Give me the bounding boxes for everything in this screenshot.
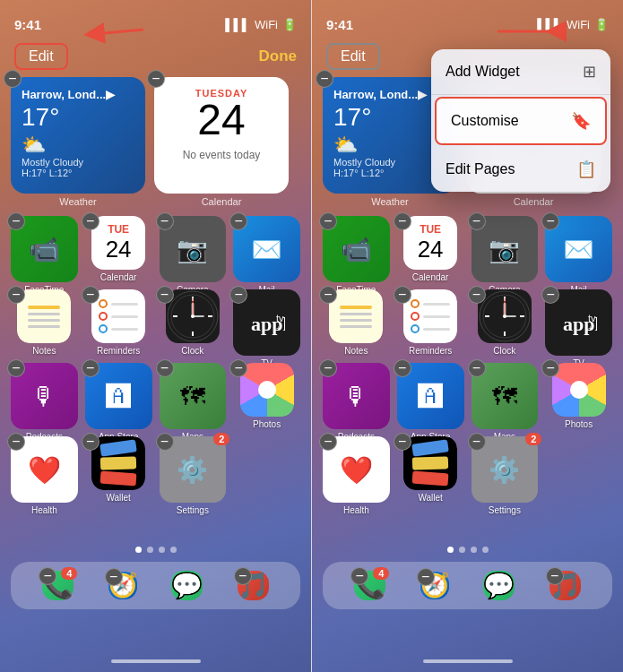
minus-notes-left[interactable]: − [7,286,25,304]
edit-button-right[interactable]: Edit [326,43,380,70]
dock-messages-left[interactable]: 💬 [171,571,203,600]
app-calendar-right[interactable]: − TUE 24 Calendar [397,216,464,282]
calendar-widget-left[interactable]: − TUESDAY 24 No events today [154,77,289,194]
calendar-icon-left[interactable]: TUE 24 [91,216,145,270]
dock-messages-right[interactable]: 💬 [483,571,515,600]
app-health-right[interactable]: − ❤️ Health [323,436,390,503]
app-facetime-right[interactable]: − 📹 FaceTime [323,216,390,282]
dock-right: 4 − 📞 − 🧭 💬 − 🎵 [323,562,612,609]
minus-camera-right[interactable]: − [468,212,486,230]
context-edit-pages[interactable]: Edit Pages 📋 [431,147,610,192]
minus-calendar-right[interactable]: − [394,212,411,230]
wallet-icon-left[interactable] [91,436,145,490]
app-reminders-right[interactable]: − Reminders [397,289,464,356]
app-settings-right[interactable]: − 2 ⚙️ Settings [472,436,539,503]
signal-icon-right: ▌▌▌ [537,18,562,31]
clock-icon-right[interactable] [478,289,532,343]
app-notes-left[interactable]: − Notes [11,289,78,356]
minus-wallet-right[interactable]: − [394,433,411,451]
minus-reminders-left[interactable]: − [82,286,100,304]
minus-docksafari-right[interactable]: − [417,568,435,586]
wallet-icon-right[interactable] [403,436,457,490]
notes-icon-right[interactable] [329,289,383,343]
messages-sym-right: 💬 [483,571,515,600]
weather-desc-right: Mostly Cloudy [333,157,446,168]
app-tv-right[interactable]: − apple tv + TV [545,289,612,356]
app-settings-left[interactable]: − 2 ⚙️ Settings [160,436,227,503]
app-appstore-right[interactable]: − 🅰 App Store [397,363,464,429]
app-calendar-left[interactable]: − TUE 24 Calendar [85,216,152,282]
svg-text:tv: tv [276,313,284,323]
app-facetime-left[interactable]: − 📹 FaceTime [11,216,78,282]
app-clock-left[interactable]: − Clock [160,289,227,356]
photos-icon-right[interactable] [552,363,606,417]
app-camera-right[interactable]: − 📷 Camera [472,216,539,282]
app-health-left[interactable]: − ❤️ Health [11,436,78,503]
notes-icon-left[interactable] [17,289,71,343]
dock-music-left[interactable]: − 🎵 [238,571,269,600]
app-podcasts-left[interactable]: − 🎙 Podcasts [11,363,78,429]
weather-desc-left: Mostly Cloudy [22,157,134,168]
photos-icon-left[interactable] [240,363,294,417]
edit-button-left[interactable]: Edit [14,43,68,70]
minus-appstore-right[interactable]: − [394,359,411,377]
minus-facetime-left[interactable]: − [7,212,25,230]
minus-wallet-left[interactable]: − [82,433,100,451]
context-add-widget[interactable]: Add Widget ⊞ [431,49,610,95]
minus-appstore-left[interactable]: − [82,359,100,377]
minus-clock-right[interactable]: − [468,286,486,304]
app-photos-right[interactable]: − Photos [545,363,612,429]
context-customise[interactable]: Customise 🔖 [435,97,607,145]
done-button-left[interactable]: Done [259,47,298,65]
dock-safari-left[interactable]: − 🧭 [108,572,137,599]
dot-3-right [471,547,477,553]
minus-docksafari-left[interactable]: − [105,568,123,586]
minus-maps-right[interactable]: − [468,359,486,377]
app-wallet-left[interactable]: − Wallet [85,436,152,503]
calendar-icon-right[interactable]: TUE 24 [403,216,457,270]
minus-reminders-right[interactable]: − [394,286,411,304]
minus-dockmusic-right[interactable]: − [546,567,564,585]
mail-sym: ✉️ [251,235,282,264]
app-notes-right[interactable]: − Notes [323,289,390,356]
minus-podcasts-left[interactable]: − [7,359,25,377]
minus-facetime-right[interactable]: − [319,212,337,230]
app-maps-right[interactable]: − 🗺 Maps [472,363,539,429]
minus-notes-right[interactable]: − [319,286,337,304]
app-mail-left[interactable]: − ✉️ Mail [233,216,300,282]
minus-settings-left[interactable]: − [156,433,174,451]
minus-health-right[interactable]: − [319,433,337,451]
reminders-icon-left[interactable] [91,289,145,343]
messages-icon-right[interactable]: 💬 [483,571,515,600]
weather-city-right: Harrow, Lond...▶ [333,88,446,101]
messages-icon-left[interactable]: 💬 [171,571,203,600]
dock-safari-right[interactable]: − 🧭 [420,572,449,599]
minus-calendar-left[interactable]: − [82,212,100,230]
weather-widget-left[interactable]: − Harrow, Lond...▶ 17° ⛅ Mostly Cloudy H… [11,77,145,194]
app-mail-right[interactable]: − ✉️ Mail [545,216,612,282]
dot-4-left [170,547,177,553]
app-camera-left[interactable]: − 📷 Camera [160,216,227,282]
app-appstore-left[interactable]: − 🅰 App Store [85,363,152,429]
app-maps-left[interactable]: − 🗺 Maps [160,363,227,429]
minus-clock-left[interactable]: − [156,286,174,304]
dock-music-right[interactable]: − 🎵 [549,571,581,600]
reminders-icon-right[interactable] [403,289,457,343]
app-tv-left[interactable]: − apple tv + TV [233,289,300,356]
calendar-month-left: TUE [108,223,129,236]
minus-health-left[interactable]: − [7,433,25,451]
minus-camera-left[interactable]: − [156,212,174,230]
app-clock-right[interactable]: − Clock [472,289,539,356]
dock-phone-right[interactable]: 4 − 📞 [354,571,385,600]
app-row-2-left: − Notes − Reminders [0,289,311,356]
dock-phone-left[interactable]: 4 − 📞 [42,571,74,600]
clock-icon-left[interactable] [166,289,220,343]
minus-maps-left[interactable]: − [156,359,174,377]
minus-dockmusic-left[interactable]: − [234,567,252,585]
app-photos-left[interactable]: − Photos [233,363,300,429]
minus-podcasts-right[interactable]: − [319,359,337,377]
minus-settings-right[interactable]: − [468,433,486,451]
app-reminders-left[interactable]: − Reminders [85,289,152,356]
app-podcasts-right[interactable]: − 🎙 Podcasts [323,363,390,429]
app-wallet-right[interactable]: − Wallet [397,436,464,503]
